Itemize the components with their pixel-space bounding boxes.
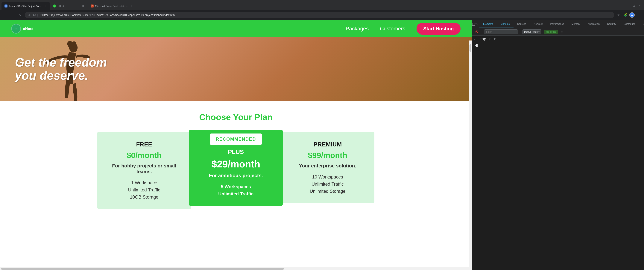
forward-button[interactable]: →: [10, 12, 16, 18]
console-topbar: ‹ › top ▾ 👁: [472, 36, 644, 42]
devtools-tab-application[interactable]: Application: [584, 20, 604, 28]
customers-link[interactable]: Customers: [380, 26, 405, 32]
close-button[interactable]: ✕: [637, 3, 642, 8]
tab-3-title: Microsoft PowerPoint - slides_m...: [95, 5, 128, 8]
new-tab-button[interactable]: +: [137, 3, 143, 9]
plus-plan-tagline: For ambitious projects.: [196, 173, 275, 179]
devtools-tab-security[interactable]: Security: [604, 20, 620, 28]
profile-avatar[interactable]: A: [630, 12, 635, 18]
plus-plan-name: PLUS: [196, 149, 275, 156]
devtools-responsive-icon[interactable]: [475, 22, 478, 27]
tab-2[interactable]: ↑ uHost ✕: [50, 2, 88, 10]
levels-chevron: ▾: [538, 31, 540, 33]
devtools-inspect-icon[interactable]: [472, 22, 475, 27]
console-caret: [476, 44, 478, 47]
window-controls: ─ □ ✕: [625, 3, 642, 10]
top-dropdown-icon[interactable]: ▾: [489, 38, 490, 41]
free-plan-price: $0/month: [105, 151, 184, 160]
tab-3-close[interactable]: ✕: [130, 4, 133, 8]
uhost-navbar: 1581.33px × 696.00px ↑ uHost Packages Cu…: [0, 20, 472, 37]
devtools-tab-more[interactable]: »: [639, 20, 644, 28]
recommended-badge: RECOMMENDED: [210, 133, 262, 145]
plus-plan-card: RECOMMENDED PLUS $29/month For ambitious…: [189, 130, 283, 206]
premium-feature-2: Unlimited Traffic: [288, 182, 367, 187]
tab-1-title: Index of D:\OtherProjects\WebC...: [9, 5, 42, 8]
tab-1-close[interactable]: ✕: [44, 4, 47, 8]
premium-feature-1: 10 Workspaces: [288, 174, 367, 180]
logo-text: uHost: [23, 27, 34, 31]
plus-plan-price: $29/month: [196, 159, 275, 170]
tab-3[interactable]: P Microsoft PowerPoint - slides_m... ✕: [88, 2, 136, 10]
extensions-button[interactable]: 🧩: [622, 12, 628, 18]
profile-button[interactable]: A: [629, 12, 635, 18]
toolbar-right: ☆ 🧩 A ⋮: [616, 12, 642, 18]
main-area: 1581.33px × 696.00px ↑ uHost Packages Cu…: [0, 20, 644, 270]
svg-rect-4: [475, 23, 477, 25]
free-plan-tagline: For hobby projects or small teams.: [105, 163, 184, 175]
devtools-tab-console[interactable]: Console: [497, 20, 514, 28]
url-scheme: File: [32, 14, 36, 17]
subtoolbar-separator: [482, 30, 482, 34]
expand-icon[interactable]: ›: [477, 38, 478, 41]
svg-rect-5: [477, 24, 478, 25]
maximize-button[interactable]: □: [631, 3, 636, 8]
tab-1[interactable]: Index of D:\OtherProjects\WebC... ✕: [2, 2, 50, 10]
pricing-section: Choose Your Plan FREE $0/month For hobby…: [0, 101, 472, 270]
devtools-tab-performance[interactable]: Performance: [546, 20, 568, 28]
devtools-clear-icon[interactable]: 🚫: [474, 29, 480, 35]
free-feature-2: Unlimited Traffic: [105, 187, 184, 193]
premium-plan-price: $99/month: [288, 151, 367, 160]
packages-link[interactable]: Packages: [346, 26, 368, 32]
url-bar[interactable]: 🗋 File | D:/OtherProjects/WebCSSComplete…: [25, 12, 614, 18]
uhost-logo: ↑ uHost: [11, 24, 34, 34]
devtools-tab-memory[interactable]: Memory: [568, 20, 584, 28]
top-context-label[interactable]: top: [479, 37, 488, 41]
premium-plan-card: PREMIUM $99/month Your enterprise soluti…: [281, 132, 374, 203]
v-scrollbar-thumb[interactable]: [470, 44, 472, 52]
devtools-tab-network[interactable]: Network: [530, 20, 546, 28]
tab-2-title: uHost: [58, 5, 80, 8]
free-plan-name: FREE: [105, 141, 184, 148]
url-separator: |: [38, 14, 38, 17]
devtools-subtoolbar: 🚫 Default levels ▾ No Issues 👁: [472, 28, 644, 36]
plus-feature-2: Unlimited Traffic: [196, 191, 275, 197]
levels-dropdown[interactable]: Default levels ▾: [522, 30, 541, 34]
minimize-button[interactable]: ─: [625, 3, 630, 8]
file-icon: 🗋: [28, 14, 30, 16]
devtools-top-tabs: Elements Console Sources Network Perform…: [472, 20, 644, 28]
top-eye-icon[interactable]: 👁: [492, 36, 497, 42]
logo-icon: ↑: [11, 24, 21, 34]
pricing-title: Choose Your Plan: [15, 112, 457, 122]
nav-links: Packages Customers Start Hosting: [346, 23, 460, 35]
devtools-tab-lighthouse[interactable]: Lighthouse: [620, 20, 639, 28]
tab-2-favicon: ↑: [53, 5, 56, 8]
tab-2-close[interactable]: ✕: [81, 4, 84, 8]
free-feature-1: 1 Workspace: [105, 180, 184, 185]
bookmark-button[interactable]: ☆: [616, 12, 622, 18]
pricing-cards: FREE $0/month For hobby projects or smal…: [15, 132, 457, 209]
collapse-icon[interactable]: ‹: [474, 38, 475, 41]
vertical-scrollbar[interactable]: [469, 41, 472, 267]
free-feature-3: 10GB Storage: [105, 194, 184, 200]
premium-plan-name: PREMIUM: [288, 141, 367, 148]
devtools-tab-sources[interactable]: Sources: [514, 20, 530, 28]
tab-bar: Index of D:\OtherProjects\WebC... ✕ ↑ uH…: [0, 0, 644, 10]
filter-input[interactable]: [484, 30, 518, 34]
back-button[interactable]: ←: [2, 12, 8, 18]
console-cursor: >: [474, 44, 476, 47]
no-issues-badge: No Issues: [544, 30, 558, 34]
menu-button[interactable]: ⋮: [636, 12, 642, 18]
free-plan-card: FREE $0/month For hobby projects or smal…: [97, 132, 191, 209]
start-hosting-button[interactable]: Start Hosting: [416, 23, 460, 35]
reload-button[interactable]: ↻: [17, 12, 23, 18]
devtools-content: >: [472, 42, 644, 270]
levels-label: Default levels: [524, 31, 538, 33]
horizontal-scrollbar[interactable]: [0, 267, 472, 270]
subtoolbar-separator-2: [520, 30, 520, 34]
tab-3-favicon: P: [90, 5, 94, 8]
hero-headline: Get the freedom you deserve.: [15, 56, 127, 82]
devtools-tab-elements[interactable]: Elements: [480, 20, 497, 28]
devtools-eye-icon[interactable]: 👁: [560, 29, 564, 35]
h-scrollbar-thumb[interactable]: [1, 268, 284, 270]
url-path: D:/OtherProjects/WebCSSCompleteGuide2023…: [40, 14, 611, 17]
